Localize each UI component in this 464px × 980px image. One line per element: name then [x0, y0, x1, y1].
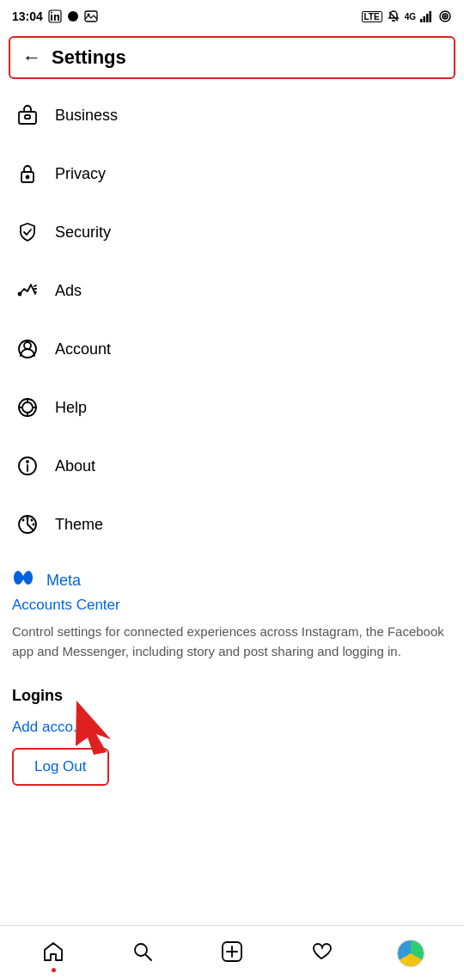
svg-point-3 [68, 11, 78, 21]
ads-label: Ads [55, 282, 82, 300]
security-icon [12, 217, 43, 248]
linkedin-icon [48, 9, 62, 23]
meta-text: Meta [46, 572, 81, 590]
heart-icon [309, 940, 333, 967]
back-button[interactable]: ← [22, 46, 41, 69]
meta-logo: Meta [12, 569, 452, 591]
nav-add[interactable] [210, 931, 254, 976]
help-icon [12, 392, 43, 423]
network-4g-icon: 4G [405, 12, 416, 21]
search-icon [131, 940, 155, 967]
svg-line-35 [146, 954, 152, 960]
menu-item-account[interactable]: Account [12, 320, 452, 378]
privacy-label: Privacy [55, 165, 106, 183]
theme-label: Theme [55, 516, 103, 534]
svg-rect-8 [426, 14, 429, 22]
nav-search[interactable] [120, 931, 165, 976]
svg-rect-9 [430, 11, 432, 22]
status-right: LTE 4G [362, 9, 453, 23]
business-icon [12, 100, 43, 131]
svg-rect-6 [420, 19, 423, 22]
svg-rect-1 [51, 15, 52, 21]
status-bar: 13:04 LTE 4G [0, 0, 464, 31]
bell-mute-icon [387, 9, 400, 23]
menu-item-help[interactable]: Help [12, 378, 452, 437]
circle-icon [67, 10, 79, 22]
add-icon [220, 940, 244, 967]
svg-point-32 [31, 519, 34, 522]
nav-heart[interactable] [299, 931, 344, 976]
svg-rect-7 [424, 16, 426, 22]
security-label: Security [55, 224, 111, 242]
bottom-nav [0, 925, 464, 980]
page-title: Settings [52, 46, 126, 69]
svg-rect-14 [25, 115, 30, 119]
menu-item-about[interactable]: About [12, 437, 452, 495]
svg-point-16 [27, 176, 29, 179]
settings-menu: Business Privacy Security Ads [0, 86, 464, 554]
accounts-center-link[interactable]: Accounts Center [12, 597, 452, 614]
account-label: Account [55, 340, 111, 358]
svg-point-18 [24, 342, 31, 349]
settings-header: ← Settings [9, 36, 455, 79]
theme-icon [12, 509, 43, 540]
about-icon [12, 450, 43, 481]
target-icon [438, 9, 452, 23]
image-icon [84, 10, 98, 22]
privacy-icon [12, 158, 43, 189]
menu-item-privacy[interactable]: Privacy [12, 144, 452, 203]
svg-point-17 [19, 293, 21, 296]
help-label: Help [55, 399, 87, 417]
about-label: About [55, 457, 95, 475]
svg-point-2 [51, 12, 52, 14]
signal-icon [420, 10, 434, 22]
red-arrow-annotation [64, 696, 132, 756]
svg-point-21 [22, 402, 33, 413]
svg-point-12 [444, 15, 446, 17]
nav-home[interactable] [31, 931, 76, 976]
svg-rect-4 [85, 11, 97, 21]
svg-point-33 [33, 524, 35, 526]
home-icon [41, 940, 65, 967]
nav-profile[interactable] [388, 931, 433, 976]
svg-point-30 [22, 519, 25, 522]
menu-item-security[interactable]: Security [12, 203, 452, 261]
status-left: 13:04 [12, 9, 98, 23]
svg-rect-13 [19, 112, 36, 124]
menu-item-business[interactable]: Business [12, 86, 452, 144]
business-label: Business [55, 107, 118, 125]
svg-point-31 [27, 518, 29, 520]
logout-container: Log Out [12, 748, 109, 786]
menu-item-theme[interactable]: Theme [12, 495, 452, 554]
account-icon [12, 334, 43, 364]
logins-section: Logins Add acco... Log Out [0, 670, 464, 794]
lte-icon: LTE [362, 11, 382, 22]
ads-icon [12, 275, 43, 306]
profile-avatar [397, 940, 424, 967]
menu-item-ads[interactable]: Ads [12, 261, 452, 320]
home-dot [52, 968, 56, 972]
meta-section: Meta Accounts Center Control settings fo… [0, 554, 464, 670]
status-time: 13:04 [12, 9, 43, 23]
meta-logo-icon [12, 569, 41, 591]
svg-point-28 [27, 461, 28, 462]
meta-description: Control settings for connected experienc… [12, 622, 452, 661]
